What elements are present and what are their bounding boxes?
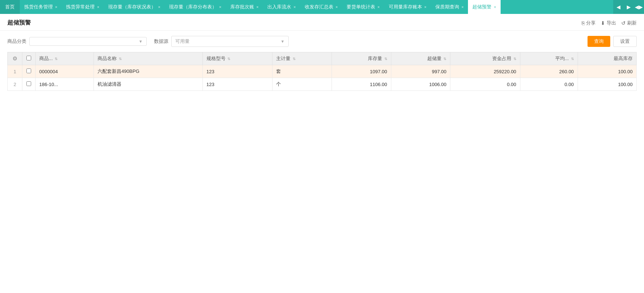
nav-tab-1[interactable]: 拣货异常处理 × (62, 0, 103, 14)
tab-label-0: 拣货任务管理 (24, 4, 53, 10)
cell-checkbox-1 (22, 78, 36, 91)
tab-close-3[interactable]: × (219, 5, 221, 9)
gear-icon[interactable]: ⚙ (12, 55, 17, 62)
sort-icon-stock: ⇅ (384, 57, 387, 61)
top-nav: 首页 拣货任务管理 × 拣货异常处理 × 现存量（库存状况表） × 现存量（库存… (0, 0, 644, 14)
tab-close-10[interactable]: × (494, 5, 496, 9)
cell-stock-1: 1106.00 (332, 78, 391, 91)
sort-icon-product-name: ⇅ (119, 57, 122, 61)
nav-next-button[interactable]: ▶ (623, 0, 634, 14)
row-checkbox-1[interactable] (26, 81, 31, 86)
tab-close-5[interactable]: × (293, 5, 296, 9)
tab-close-4[interactable]: × (256, 5, 259, 9)
page-title: 超储预警 (7, 19, 31, 27)
data-source-arrow-icon: ▼ (281, 39, 285, 44)
nav-tab-4[interactable]: 库存批次账 × (226, 0, 263, 14)
refresh-action[interactable]: ↺ 刷新 (621, 20, 637, 26)
th-spec[interactable]: 规格型号 ⇅ (202, 52, 272, 65)
nav-home[interactable]: 首页 (0, 0, 20, 14)
filter-data-source: 数据源 可用量 ▼ (154, 36, 289, 47)
nav-tab-9[interactable]: 保质期查询 × (431, 0, 468, 14)
export-label: 导出 (607, 20, 616, 26)
nav-expand-button[interactable]: ◀▶ (634, 0, 644, 14)
tab-close-8[interactable]: × (424, 5, 427, 9)
share-action[interactable]: ⎘ 分享 (582, 20, 596, 26)
product-category-select[interactable]: ▼ (29, 37, 147, 46)
row-checkbox-0[interactable] (26, 68, 31, 73)
cell-spec-1: 123 (202, 78, 272, 91)
settings-button[interactable]: 设置 (613, 36, 637, 47)
cell-checkbox-0 (22, 65, 36, 78)
tab-label-2: 现存量（库存状况表） (108, 4, 156, 10)
cell-capital-0: 259220.00 (450, 65, 520, 78)
cell-over-stock-0: 997.00 (391, 65, 450, 78)
export-action[interactable]: ⬇ 导出 (601, 20, 616, 26)
th-over-stock-label: 超储量 (427, 56, 442, 61)
sort-icon-over-stock: ⇅ (443, 57, 446, 61)
tab-close-2[interactable]: × (158, 5, 160, 9)
sort-icon-unit: ⇅ (293, 57, 296, 61)
filter-bar: 商品分类 ▼ 数据源 可用量 ▼ 查询 设置 (0, 31, 644, 52)
nav-tab-8[interactable]: 可用量库存账本 × (384, 0, 431, 14)
page-header: 超储预警 ⎘ 分享 ⬇ 导出 ↺ 刷新 (0, 14, 644, 31)
table-container: ⚙ 商品... ⇅ 商品名称 ⇅ 规格型号 ⇅ (0, 52, 644, 91)
tab-label-5: 出入库流水 (267, 4, 291, 10)
query-button[interactable]: 查询 (588, 36, 610, 47)
th-product-name[interactable]: 商品名称 ⇅ (94, 52, 202, 65)
cell-seq-1: 2 (8, 78, 22, 91)
th-capital[interactable]: 资金占用 ⇅ (450, 52, 520, 65)
cell-product-code-0: 0000004 (36, 65, 94, 78)
tab-close-9[interactable]: × (461, 5, 464, 9)
nav-prev-button[interactable]: ◀ (613, 0, 623, 14)
tab-label-1: 拣货异常处理 (66, 4, 95, 10)
nav-tab-7[interactable]: 要货单统计表 × (342, 0, 384, 14)
tab-label-4: 库存批次账 (230, 4, 254, 10)
tab-close-1[interactable]: × (97, 5, 99, 9)
refresh-icon: ↺ (621, 20, 626, 26)
th-product-code[interactable]: 商品... ⇅ (36, 52, 94, 65)
th-seq: ⚙ (8, 52, 22, 65)
th-stock[interactable]: 库存量 ⇅ (332, 52, 391, 65)
th-avg[interactable]: 平均... ⇅ (520, 52, 578, 65)
tab-close-7[interactable]: × (377, 5, 380, 9)
tab-label-10: 超储预警 (472, 4, 491, 10)
page-content: 超储预警 ⎘ 分享 ⬇ 导出 ↺ 刷新 商品分类 ▼ 数据源 (0, 14, 644, 293)
nav-tab-10[interactable]: 超储预警 × (468, 0, 500, 14)
nav-tab-0[interactable]: 拣货任务管理 × (20, 0, 62, 14)
tab-label-6: 收发存汇总表 (305, 4, 333, 10)
table-row: 2 186-10... 机油滤清器 123 个 1106.00 1006.00 … (8, 78, 637, 91)
cell-product-code-1: 186-10... (36, 78, 94, 91)
home-label: 首页 (5, 4, 15, 10)
th-product-name-label: 商品名称 (98, 56, 117, 61)
nav-tab-2[interactable]: 现存量（库存状况表） × (104, 0, 165, 14)
th-capital-label: 资金占用 (492, 56, 511, 61)
tab-close-0[interactable]: × (55, 5, 57, 9)
table-body: 1 0000004 六配套新昌490BPG 123 套 1097.00 997.… (8, 65, 637, 91)
export-icon: ⬇ (601, 20, 605, 26)
th-unit[interactable]: 主计量 ⇅ (272, 52, 332, 65)
nav-tab-5[interactable]: 出入库流水 × (263, 0, 300, 14)
select-all-checkbox[interactable] (26, 56, 31, 60)
cell-avg-0: 260.00 (520, 65, 578, 78)
cell-unit-1: 个 (272, 78, 332, 91)
th-over-stock[interactable]: 超储量 ⇅ (391, 52, 450, 65)
data-source-value: 可用量 (175, 38, 190, 45)
nav-tab-3[interactable]: 现存量（库存分布表） × (165, 0, 226, 14)
sort-icon-avg: ⇅ (571, 57, 574, 61)
th-max-stock[interactable]: 最高库存 (578, 52, 636, 65)
th-stock-label: 库存量 (368, 56, 382, 61)
tab-close-6[interactable]: × (336, 5, 338, 9)
header-actions: ⎘ 分享 ⬇ 导出 ↺ 刷新 (582, 20, 637, 26)
cell-over-stock-1: 1006.00 (391, 78, 450, 91)
cell-capital-1: 0.00 (450, 78, 520, 91)
nav-tab-6[interactable]: 收发存汇总表 × (300, 0, 342, 14)
refresh-label: 刷新 (627, 20, 637, 26)
filter-product-category: 商品分类 ▼ (7, 37, 147, 46)
tab-label-8: 可用量库存账本 (389, 4, 422, 10)
data-source-select[interactable]: 可用量 ▼ (171, 36, 289, 47)
share-label: 分享 (586, 20, 596, 26)
tab-label-9: 保质期查询 (435, 4, 459, 10)
share-icon: ⎘ (582, 20, 585, 26)
data-source-label: 数据源 (154, 38, 168, 45)
data-table: ⚙ 商品... ⇅ 商品名称 ⇅ 规格型号 ⇅ (7, 52, 637, 91)
